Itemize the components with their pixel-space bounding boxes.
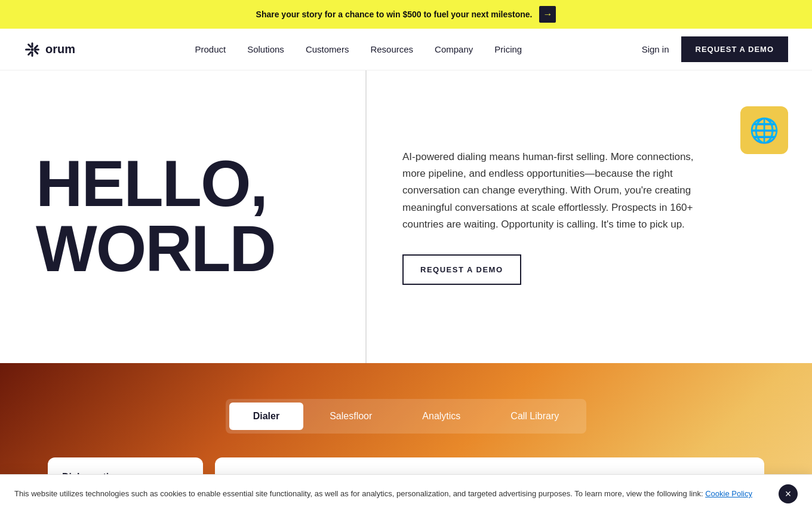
tab-dialer[interactable]: Dialer — [229, 403, 303, 430]
hero-description: AI-powered dialing means human-first sel… — [402, 149, 713, 232]
cookie-policy-link[interactable]: Cookie Policy — [705, 489, 752, 498]
logo-text: orum — [45, 42, 75, 56]
announcement-arrow[interactable]: → — [539, 6, 556, 23]
svg-rect-6 — [33, 50, 38, 54]
globe-widget: 🌐 — [740, 106, 788, 154]
tab-call-library[interactable]: Call Library — [487, 403, 583, 430]
sign-in-button[interactable]: Sign in — [642, 44, 669, 54]
hero-section: HELLO, WORLD AI-powered dialing means hu… — [0, 70, 812, 363]
svg-point-0 — [31, 48, 34, 51]
hero-left: HELLO, WORLD — [0, 70, 365, 363]
cookie-text: This website utilizes technologies such … — [14, 488, 779, 500]
cookie-close-button[interactable]: × — [779, 484, 798, 503]
nav-item-resources[interactable]: Resources — [370, 44, 413, 55]
request-demo-button-hero[interactable]: REQUEST A DEMO — [402, 254, 521, 285]
cookie-banner: This website utilizes technologies such … — [0, 474, 812, 513]
logo-svg — [24, 41, 41, 58]
hero-right: AI-powered dialing means human-first sel… — [367, 70, 812, 363]
navbar: orum Product Solutions Customers Resourc… — [0, 29, 812, 70]
logo-icon — [24, 41, 41, 58]
nav-actions: Sign in REQUEST A DEMO — [642, 36, 788, 62]
globe-icon: 🌐 — [749, 116, 779, 145]
nav-item-customers[interactable]: Customers — [306, 44, 349, 55]
nav-item-company[interactable]: Company — [435, 44, 473, 55]
tabs-wrapper: Dialer Salesfloor Analytics Call Library — [226, 399, 587, 434]
announcement-bar: Share your story for a chance to win $50… — [0, 0, 812, 29]
request-demo-button-nav[interactable]: REQUEST A DEMO — [681, 36, 789, 62]
nav-item-pricing[interactable]: Pricing — [494, 44, 522, 55]
nav-item-product[interactable]: Product — [195, 44, 226, 55]
announcement-text: Share your story for a chance to win $50… — [256, 10, 533, 19]
logo[interactable]: orum — [24, 41, 75, 58]
tab-salesfloor[interactable]: Salesfloor — [306, 403, 396, 430]
tab-analytics[interactable]: Analytics — [398, 403, 484, 430]
nav-item-solutions[interactable]: Solutions — [247, 44, 284, 55]
tabs-container: Dialer Salesfloor Analytics Call Library — [203, 399, 609, 434]
nav-links: Product Solutions Customers Resources Co… — [195, 44, 522, 55]
hero-title: HELLO, WORLD — [36, 152, 275, 282]
svg-rect-3 — [25, 48, 30, 50]
